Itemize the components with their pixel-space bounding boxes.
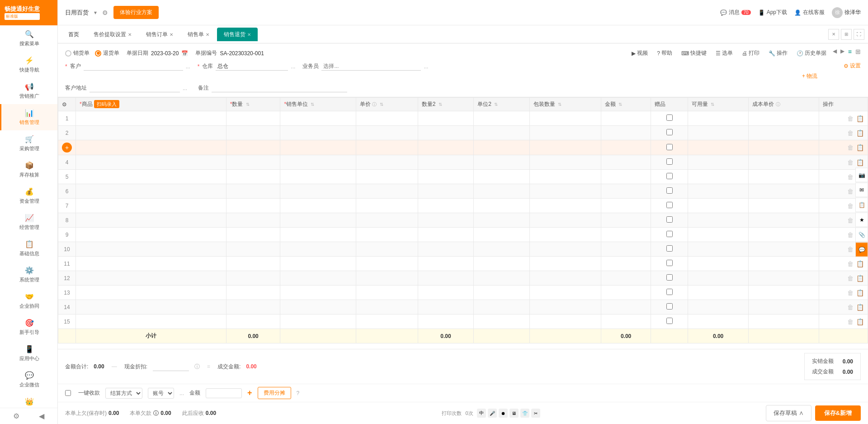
shortcut-btn[interactable]: ⌨ 快捷键	[679, 48, 709, 58]
unit2-cell-11[interactable]	[474, 257, 530, 271]
salesperson-dots[interactable]: ...	[424, 63, 428, 70]
cost-cell-6[interactable]	[749, 184, 819, 199]
next-record-icon[interactable]: ▶	[840, 48, 844, 58]
unit2-cell-3[interactable]	[474, 140, 530, 155]
pkg-cell-2[interactable]	[529, 126, 601, 140]
float-btn-5[interactable]: 📎	[855, 227, 868, 242]
cost-cell-12[interactable]	[749, 271, 819, 286]
sidebar-item-marketing[interactable]: 📢 营销推广	[0, 78, 57, 104]
pkg-cell-15[interactable]	[529, 314, 601, 329]
gift-checkbox-10[interactable]	[666, 245, 673, 252]
delete-icon-3[interactable]: 🗑	[847, 144, 854, 151]
gift-cell-12[interactable]	[651, 271, 688, 286]
pkg-cell-14[interactable]	[529, 300, 601, 314]
amount-cell-9[interactable]	[601, 228, 651, 242]
tab-close-price-setting[interactable]: ✕	[128, 32, 132, 37]
qty2-cell-6[interactable]	[418, 184, 474, 199]
price-cell-4[interactable]	[356, 155, 418, 170]
notes-input[interactable]	[212, 84, 347, 92]
cost-cell-9[interactable]	[749, 228, 819, 242]
pkg-cell-11[interactable]	[529, 257, 601, 271]
experience-btn[interactable]: 体验行业方案	[113, 6, 159, 19]
gift-checkbox-13[interactable]	[666, 289, 673, 295]
sidebar-item-purchase[interactable]: 🛒 采购管理	[0, 130, 57, 157]
message-btn[interactable]: 💬 消息 70	[720, 9, 751, 16]
tab-sales-delivery[interactable]: 销售单✕	[181, 28, 216, 41]
sidebar-item-newguide[interactable]: 🎯 新手引导	[0, 314, 57, 340]
add-payment-btn[interactable]: +	[247, 388, 252, 398]
avail-cell-8[interactable]	[688, 213, 748, 228]
sku-icon-5[interactable]: 👕	[520, 409, 529, 418]
copy-icon-1[interactable]: 📋	[856, 115, 864, 122]
qty-cell-3[interactable]	[226, 140, 280, 155]
delete-icon-8[interactable]: 🗑	[847, 217, 854, 224]
unit-cell-14[interactable]	[280, 300, 356, 314]
settings-btn[interactable]: ⚙ 设置	[844, 62, 861, 70]
address-dots[interactable]: ...	[183, 85, 187, 91]
gift-cell-1[interactable]	[651, 111, 688, 126]
qty-cell-9[interactable]	[226, 228, 280, 242]
account-select[interactable]: 账号	[148, 388, 174, 399]
pkg-cell-10[interactable]	[529, 242, 601, 257]
tab-close-sales-delivery[interactable]: ✕	[206, 32, 209, 37]
product-cell-10[interactable]	[76, 242, 226, 257]
qty2-cell-14[interactable]	[418, 300, 474, 314]
amount-cell-12[interactable]	[601, 271, 651, 286]
delete-icon-7[interactable]: 🗑	[847, 202, 854, 210]
tab-close-sales-return[interactable]: ✕	[247, 32, 251, 37]
expand-btn[interactable]: ⛶	[854, 29, 864, 40]
avail-cell-14[interactable]	[688, 300, 748, 314]
product-cell-1[interactable]	[76, 111, 226, 126]
float-btn-6[interactable]: 💬	[855, 242, 868, 257]
avail-cell-2[interactable]	[688, 126, 748, 140]
avail-cell-4[interactable]	[688, 155, 748, 170]
amount-cell-6[interactable]	[601, 184, 651, 199]
one-click-checkbox[interactable]	[65, 390, 71, 396]
sku-icon-2[interactable]: 🎤	[488, 409, 497, 418]
fee-split-btn[interactable]: 费用分摊	[258, 387, 291, 399]
product-cell-3[interactable]	[76, 140, 226, 155]
avail-cell-3[interactable]	[688, 140, 748, 155]
delete-icon-13[interactable]: 🗑	[847, 289, 854, 296]
price-cell-3[interactable]	[356, 140, 418, 155]
qty-cell-2[interactable]	[226, 126, 280, 140]
avail-cell-9[interactable]	[688, 228, 748, 242]
avail-cell-1[interactable]	[688, 111, 748, 126]
sidebar-item-member[interactable]: 👑 畅会员	[0, 393, 57, 408]
float-btn-2[interactable]: ✉	[855, 182, 868, 197]
gift-checkbox-7[interactable]	[666, 202, 673, 208]
operate-btn[interactable]: 🔧 操作	[766, 48, 790, 58]
warehouse-input[interactable]	[216, 62, 288, 71]
qty2-cell-13[interactable]	[418, 286, 474, 300]
product-cell-11[interactable]	[76, 257, 226, 271]
close-tab-btn[interactable]: ✕	[828, 29, 839, 40]
delete-icon-2[interactable]: 🗑	[847, 129, 854, 137]
gift-cell-14[interactable]	[651, 300, 688, 314]
gift-checkbox-14[interactable]	[666, 303, 673, 310]
sort-avail-icon[interactable]: ⇅	[711, 102, 714, 107]
cost-cell-4[interactable]	[749, 155, 819, 170]
unit-cell-1[interactable]	[280, 111, 356, 126]
qty2-cell-5[interactable]	[418, 170, 474, 184]
qty-cell-7[interactable]	[226, 199, 280, 213]
unit2-cell-1[interactable]	[474, 111, 530, 126]
online-service-btn[interactable]: 👤 在线客服	[794, 9, 825, 16]
qty-cell-15[interactable]	[226, 314, 280, 329]
gear-icon[interactable]: ⚙	[62, 101, 67, 108]
tab-sales-order[interactable]: 销售订单✕	[139, 28, 180, 41]
avail-cell-12[interactable]	[688, 271, 748, 286]
gift-checkbox-9[interactable]	[666, 231, 673, 237]
cost-cell-14[interactable]	[749, 300, 819, 314]
qty2-cell-1[interactable]	[418, 111, 474, 126]
history-btn[interactable]: 🕐 历史单据	[794, 48, 829, 58]
avail-cell-6[interactable]	[688, 184, 748, 199]
dropdown-icon[interactable]: ▾	[94, 10, 97, 16]
gift-cell-13[interactable]	[651, 286, 688, 300]
sort-qty2-icon[interactable]: ⇅	[439, 102, 442, 107]
delete-icon-6[interactable]: 🗑	[847, 188, 854, 195]
prev-record-icon[interactable]: ◀	[833, 48, 837, 58]
price-cell-14[interactable]	[356, 300, 418, 314]
float-btn-3[interactable]: 📋	[855, 197, 868, 212]
unit2-cell-14[interactable]	[474, 300, 530, 314]
cost-cell-5[interactable]	[749, 170, 819, 184]
